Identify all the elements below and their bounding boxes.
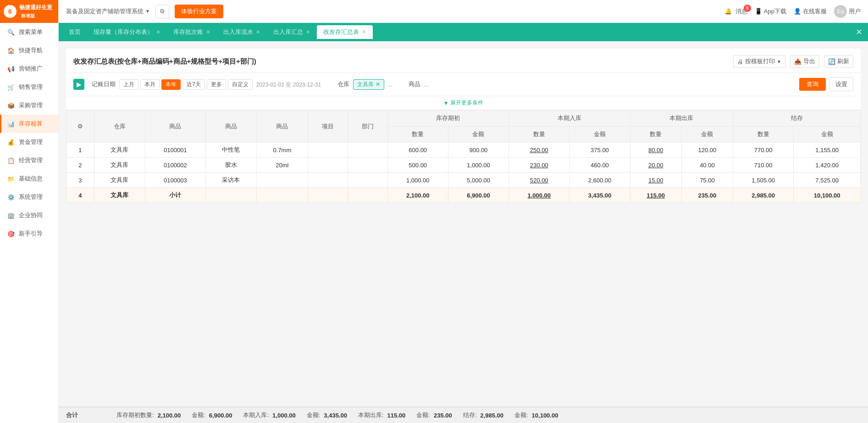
row-goods: 采访本: [206, 173, 257, 188]
row-goods: 胶水: [206, 158, 257, 173]
dropdown-arrow-icon: ▼: [145, 9, 150, 14]
subtotal-in-qty[interactable]: 1,000.00: [509, 188, 569, 203]
refresh-icon: 🔄: [828, 58, 835, 65]
tab-batch[interactable]: 库存批次账 ✕: [167, 25, 217, 39]
row-begin-qty: 600.00: [387, 143, 448, 158]
enterprise-icon: 🏢: [7, 211, 15, 220]
sidebar-item-purchase[interactable]: 📦 采购管理: [0, 96, 58, 115]
online-service[interactable]: 👤 在线客服: [794, 7, 827, 16]
close-icon[interactable]: ✕: [362, 29, 366, 35]
sidebar-item-label: 系统管理: [19, 193, 43, 201]
filter-expand-button[interactable]: ▶: [73, 79, 84, 90]
row-in-qty[interactable]: 250.00: [509, 143, 569, 158]
total-label: 合计: [66, 411, 78, 419]
settings-icon[interactable]: ⚙: [155, 5, 169, 18]
warehouse-more-button[interactable]: ...: [387, 81, 392, 88]
date-filter-group: 记账日期 上月 本月 本年 近7天 更多 自定义 2023-01-01 至 20…: [92, 79, 321, 90]
row-out-qty[interactable]: 20.00: [630, 158, 681, 173]
query-button[interactable]: 查询: [799, 78, 826, 91]
export-button[interactable]: 📤 导出: [790, 55, 819, 68]
sidebar-item-marketing[interactable]: 📢 营销推广: [0, 60, 58, 78]
close-icon[interactable]: ✕: [256, 29, 260, 35]
notification-bell[interactable]: 🔔 6 消息: [724, 7, 747, 16]
sidebar-item-label: 企业协同: [19, 211, 43, 220]
export-icon: 📤: [794, 58, 802, 65]
subtotal-no: 4: [66, 188, 94, 203]
sidebar-item-system[interactable]: ⚙️ 系统管理: [0, 188, 58, 206]
row-out-qty[interactable]: 80.00: [630, 143, 681, 158]
sidebar-item-guide[interactable]: 🎯 新手引导: [0, 225, 58, 243]
date-btn-this-month[interactable]: 本月: [140, 79, 160, 90]
refresh-button[interactable]: 🔄 刷新: [824, 55, 853, 68]
tab-inout-flow[interactable]: 出入库流水 ✕: [217, 25, 267, 39]
base-icon: 📁: [7, 175, 15, 183]
trial-button[interactable]: 体验行业方案: [175, 5, 223, 18]
system-title: 装备及固定资产辅助管理系统: [66, 7, 144, 16]
sidebar-item-sales[interactable]: 🛒 销售管理: [0, 78, 58, 96]
filter-bar: ▶ 记账日期 上月 本月 本年 近7天 更多 自定义 2023-01-01 至 …: [66, 73, 861, 96]
goods-more-button[interactable]: ...: [424, 81, 429, 88]
sidebar-item-inventory[interactable]: 📊 库存核算: [0, 115, 58, 133]
date-btn-last-month[interactable]: 上月: [119, 79, 138, 90]
user-menu[interactable]: Ea 用户: [834, 5, 861, 18]
tab-home[interactable]: 首页: [62, 25, 87, 39]
row-begin-amt: 5,000.00: [448, 173, 509, 188]
tab-inout-summary[interactable]: 出入库汇总 ✕: [267, 25, 317, 39]
col-in-amt-header: 金额: [569, 126, 630, 143]
close-all-tabs-button[interactable]: ✕: [854, 25, 864, 39]
row-in-qty[interactable]: 230.00: [509, 158, 569, 173]
warehouse-tag-close-icon[interactable]: ✕: [376, 81, 380, 88]
col-project-header: 项目: [308, 110, 348, 143]
sidebar: 6 畅捷通好生意 标准版 🔍 搜索菜单 🏠 快捷导航 📢 营销推广 🛒 销售管理…: [0, 0, 59, 423]
row-out-amt: 120.00: [681, 143, 733, 158]
row-warehouse: 文具库: [94, 158, 145, 173]
row-begin-amt: 1,000.00: [448, 158, 509, 173]
app-download[interactable]: 📱 App下载: [755, 7, 786, 16]
sidebar-item-quicknav[interactable]: 🏠 快捷导航: [0, 41, 58, 60]
row-dept: [348, 173, 387, 188]
sidebar-item-search[interactable]: 🔍 搜索菜单: [0, 23, 58, 41]
sidebar-item-base[interactable]: 📁 基础信息: [0, 170, 58, 188]
sidebar-item-label: 资金管理: [19, 138, 43, 146]
total-out-amt: 235.00: [434, 412, 452, 419]
sidebar-item-label: 基础信息: [19, 175, 43, 183]
date-btn-more[interactable]: 更多: [207, 79, 226, 90]
total-end-qty: 2,985.00: [480, 412, 503, 419]
col-settings-header[interactable]: ⚙: [66, 110, 94, 143]
col-begin-qty-header: 数量: [387, 126, 448, 143]
close-icon[interactable]: ✕: [206, 29, 210, 35]
row-end-amt: 1,155.00: [794, 143, 861, 158]
subtotal-out-qty[interactable]: 115.00: [630, 188, 681, 203]
row-spec: 0.7mm: [256, 143, 308, 158]
print-button[interactable]: 🖨 按模板打印 ▼: [733, 55, 785, 68]
operations-icon: 📋: [7, 156, 15, 165]
col-warehouse-header: 仓库: [94, 110, 145, 143]
close-icon[interactable]: ✕: [306, 29, 310, 35]
col-spec-header: 商品: [256, 110, 308, 143]
subtotal-warehouse: 文具库: [94, 188, 145, 203]
sidebar-item-finance[interactable]: 💰 资金管理: [0, 133, 58, 151]
row-spec: [256, 173, 308, 188]
setting-button[interactable]: 设置: [829, 77, 853, 91]
date-btn-custom[interactable]: 自定义: [228, 79, 253, 90]
expand-more-conditions[interactable]: ▼ 展开更多条件: [66, 96, 861, 110]
sidebar-item-label: 销售管理: [19, 83, 43, 91]
row-in-qty[interactable]: 520.00: [509, 173, 569, 188]
inventory-icon: 📊: [7, 120, 15, 128]
col-begin-header: 库存期初: [387, 110, 509, 126]
sidebar-item-enterprise[interactable]: 🏢 企业协同: [0, 206, 58, 225]
warehouse-tag[interactable]: 文具库 ✕: [353, 79, 384, 90]
tab-recv-send-summary[interactable]: 收发存汇总表 ✕: [317, 25, 373, 39]
date-btn-this-year[interactable]: 本年: [161, 79, 181, 90]
sidebar-item-label: 营销推广: [19, 65, 43, 73]
sidebar-item-operations[interactable]: 📋 经营管理: [0, 151, 58, 170]
logo-icon: 6: [4, 5, 17, 18]
col-goods-header: 商品: [206, 110, 257, 143]
row-in-amt: 375.00: [569, 143, 630, 158]
row-out-qty[interactable]: 15.00: [630, 173, 681, 188]
close-icon[interactable]: ✕: [156, 29, 160, 35]
system-title-dropdown[interactable]: 装备及固定资产辅助管理系统 ▼: [66, 7, 150, 16]
date-btn-7days[interactable]: 近7天: [182, 79, 205, 90]
tab-inventory-dist[interactable]: 现存量（库存分布表） ✕: [87, 25, 167, 39]
row-begin-qty: 1,000.00: [387, 173, 448, 188]
